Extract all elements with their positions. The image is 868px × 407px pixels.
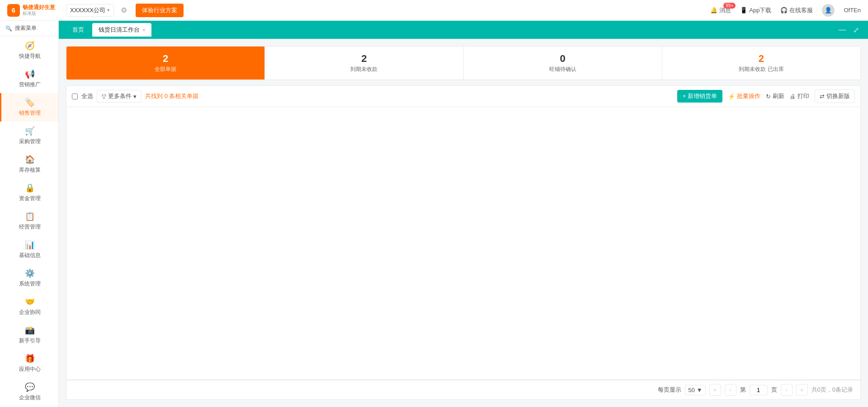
toolbar-left: 全选 ▽ 更多条件 ▾ 共找到 0 条相关单据 [72, 90, 674, 103]
topbar-right: 🔔 消息 99+ 📱 App下载 🎧 在线客服 👤 OfTEn [710, 4, 861, 17]
stat-num-wangpu: 0 [560, 53, 566, 65]
content-area: 首页 钱货日清工作台 × — ⤢ 2 全部单据 2 到期未收款 [59, 21, 868, 407]
sidebar-item-purchase[interactable]: 🛒 采购管理 [0, 122, 58, 150]
search-menu[interactable]: 🔍 搜索菜单 [0, 21, 58, 36]
switch-label: 切换新版 [826, 92, 850, 100]
app-download-label: App下载 [749, 6, 771, 14]
sidebar-item-quick-nav[interactable]: 🧭 快捷导航 [0, 36, 58, 65]
bell-icon: 🔔 [710, 7, 717, 14]
batch-operation-button[interactable]: ⚡ 批量操作 [728, 92, 760, 100]
stat-label-shipped: 到期未收款 已出库 [739, 65, 783, 73]
stat-card-overdue[interactable]: 2 到期未收款 [265, 47, 463, 80]
logo-sub-text: 标准版 [23, 11, 55, 16]
user-avatar[interactable]: 👤 [822, 4, 835, 17]
prev-page-button[interactable]: ‹ [725, 384, 736, 396]
per-page-arrow-icon: ▼ [697, 387, 703, 393]
sidebar-item-marketing[interactable]: 📢 营销推广 [0, 65, 58, 93]
sidebar-item-finance[interactable]: 🔒 资金管理 [0, 178, 58, 207]
print-button[interactable]: 🖨 打印 [790, 92, 809, 100]
megaphone-icon: 📢 [25, 69, 35, 79]
company-selector[interactable]: XXXXXX公司 ▾ [66, 4, 114, 17]
first-page-button[interactable]: « [709, 384, 721, 396]
stat-label-all: 全部单据 [155, 65, 176, 73]
avatar-icon: 👤 [822, 4, 835, 17]
stat-card-wangpu[interactable]: 0 旺铺待确认 [464, 47, 662, 80]
page-number-input[interactable] [750, 385, 768, 395]
filter-label: 更多条件 [108, 92, 132, 100]
tab-close-icon[interactable]: × [142, 27, 145, 33]
stat-label-wangpu: 旺铺待确认 [549, 65, 576, 73]
compass-icon: 🧭 [25, 41, 35, 51]
stat-num-shipped: 2 [759, 53, 764, 65]
tab-home[interactable]: 首页 [66, 23, 90, 37]
sidebar-item-operation[interactable]: 📋 经营管理 [0, 207, 58, 235]
sidebar-label-operation: 经营管理 [19, 223, 41, 231]
switch-version-button[interactable]: ⇄ 切换新版 [815, 89, 855, 103]
sidebar-item-app-center[interactable]: 🎁 应用中心 [0, 349, 58, 378]
toolbar: 全选 ▽ 更多条件 ▾ 共找到 0 条相关单据 + 新增销货单 ⚡ [66, 85, 861, 107]
main-content: 2 全部单据 2 到期未收款 0 旺铺待确认 2 到期未收款 已出库 [59, 39, 868, 407]
next-page-button[interactable]: › [781, 384, 793, 396]
chevron-down-icon: ▾ [107, 7, 110, 13]
filter-result: 共找到 0 条相关单据 [145, 92, 198, 100]
settings-icon[interactable]: ⚙ [118, 4, 130, 17]
result-count: 0 [165, 93, 168, 99]
sidebar-item-enterprise[interactable]: 🤝 企业协同 [0, 292, 58, 321]
stat-label-overdue: 到期未收款 [350, 65, 377, 73]
stat-card-all[interactable]: 2 全部单据 [66, 47, 265, 80]
cart-icon: 🛒 [25, 126, 35, 136]
stat-num-overdue: 2 [361, 53, 367, 65]
trial-button[interactable]: 体验行业方案 [136, 4, 184, 17]
switch-icon: ⇄ [820, 93, 825, 100]
refresh-button[interactable]: ↻ 刷新 [766, 92, 784, 100]
page-label: 第 [740, 386, 746, 394]
sidebar-label-purchase: 采购管理 [19, 138, 41, 145]
chevron-down-filter-icon: ▾ [133, 93, 137, 100]
main-layout: 🔍 搜索菜单 🧭 快捷导航 📢 营销推广 🏷️ 销售管理 🛒 采购管理 🏠 库存… [0, 21, 868, 407]
tag-icon: 🏷️ [25, 98, 35, 108]
messages-button[interactable]: 🔔 消息 99+ [710, 6, 731, 14]
sidebar-item-system[interactable]: ⚙️ 系统管理 [0, 264, 58, 292]
gear-icon: ⚙️ [25, 268, 35, 278]
sidebar-item-sales[interactable]: 🏷️ 销售管理 [0, 93, 58, 122]
topbar: 6 畅捷通好生意 标准版 XXXXXX公司 ▾ ⚙ 体验行业方案 🔔 消息 99… [0, 0, 868, 21]
select-all-label: 全选 [81, 92, 93, 100]
refresh-icon: ↻ [766, 93, 771, 100]
select-all-checkbox[interactable] [72, 94, 78, 99]
sidebar-label-inventory: 库存核算 [19, 166, 41, 174]
sidebar-item-guide[interactable]: 📸 新手引导 [0, 321, 58, 349]
sidebar-label-system: 系统管理 [19, 280, 41, 288]
total-info: 共0页，0条记录 [811, 386, 853, 394]
app-download-button[interactable]: 📱 App下载 [740, 6, 771, 14]
per-page-select[interactable]: 50 ▼ [685, 385, 705, 395]
refresh-label: 刷新 [773, 92, 784, 100]
sidebar-item-weixin[interactable]: 💬 企业微信 [0, 378, 58, 406]
result-suffix: 条相关单据 [169, 93, 198, 99]
user-name[interactable]: OfTEn [844, 7, 861, 14]
toolbar-right: + 新增销货单 ⚡ 批量操作 ↻ 刷新 🖨 打印 ⇄ [677, 89, 855, 103]
stat-num-all: 2 [163, 53, 168, 65]
filter-button[interactable]: ▽ 更多条件 ▾ [97, 90, 142, 103]
tab-expand-button[interactable]: ⤢ [851, 26, 861, 34]
company-name: XXXXXX公司 [70, 6, 105, 14]
sidebar-item-inventory[interactable]: 🏠 库存核算 [0, 150, 58, 178]
lock-icon: 🔒 [25, 183, 35, 193]
new-sales-order-button[interactable]: + 新增销货单 [677, 90, 722, 103]
sidebar-label-quick-nav: 快捷导航 [19, 52, 41, 60]
logo-main-text: 畅捷通好生意 [23, 4, 55, 10]
table-empty [66, 107, 860, 288]
stat-card-shipped[interactable]: 2 到期未收款 已出库 [662, 47, 860, 80]
sidebar-label-weixin: 企业微信 [19, 394, 41, 402]
wechat-icon: 💬 [25, 382, 35, 392]
batch-label: 批量操作 [737, 92, 760, 100]
tab-workbench[interactable]: 钱货日清工作台 × [92, 23, 151, 37]
filter-icon: ▽ [102, 93, 106, 100]
online-service-button[interactable]: 🎧 在线客服 [780, 6, 813, 14]
last-page-button[interactable]: » [796, 384, 808, 396]
search-menu-label: 搜索菜单 [15, 24, 37, 32]
sidebar-item-basic-info[interactable]: 📊 基础信息 [0, 235, 58, 264]
handshake-icon: 🤝 [25, 297, 35, 307]
tab-minimize-button[interactable]: — [837, 26, 848, 34]
logo: 6 畅捷通好生意 标准版 [7, 4, 66, 17]
service-icon: 🎧 [780, 7, 788, 14]
